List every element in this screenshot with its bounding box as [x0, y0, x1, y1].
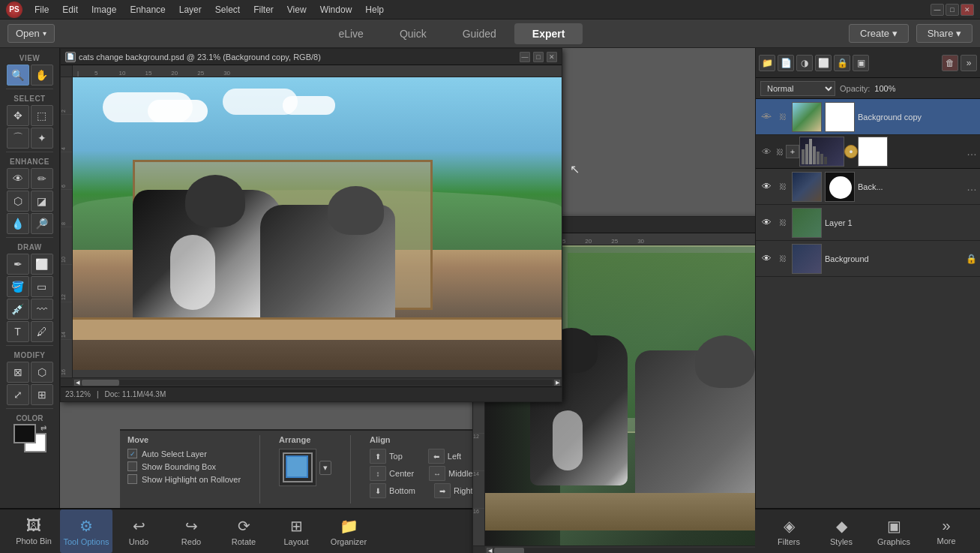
arrange-dropdown[interactable]: ▾ — [319, 461, 331, 475]
layer-more-back[interactable]: … — [967, 181, 977, 193]
blend-mode-select[interactable]: Normal Multiply Screen Overlay — [760, 81, 835, 96]
magnify-tool[interactable]: 🔎 — [31, 213, 53, 234]
align-center-btn[interactable]: ↕ — [370, 466, 386, 481]
clone-tool[interactable]: ⬡ — [7, 191, 29, 212]
layer-more-2[interactable]: … — [967, 146, 977, 158]
menu-file[interactable]: File — [28, 3, 55, 17]
undo-btn[interactable]: ↩ Undo — [112, 509, 165, 553]
layer-back[interactable]: 👁 ⛓ Back... … — [756, 169, 980, 205]
filters-btn[interactable]: ◈ Filters — [763, 509, 815, 553]
new-layer-btn[interactable]: 📄 — [778, 55, 794, 71]
doc-close-1[interactable]: ✕ — [547, 52, 557, 62]
layer-vis-bg-copy[interactable]: 👁 — [759, 110, 774, 125]
tab-quick[interactable]: Quick — [382, 23, 445, 44]
layer-background-copy[interactable]: 👁 ⛓ Background copy — [756, 99, 980, 135]
styles-btn[interactable]: ◆ Styles — [815, 509, 868, 553]
layout-btn[interactable]: ⊞ Layout — [270, 509, 322, 553]
layer-vis-bg[interactable]: 👁 — [759, 251, 774, 266]
minimize-btn[interactable]: — — [931, 4, 944, 16]
hand-tool[interactable]: ✋ — [31, 65, 53, 86]
align-middle-btn[interactable]: ↔ — [429, 466, 445, 481]
tab-expert[interactable]: Expert — [514, 23, 583, 44]
auto-select-checkbox[interactable] — [127, 449, 137, 458]
layer-vis-back[interactable]: 👁 — [759, 179, 774, 194]
paint-tool2[interactable]: 🖊 — [31, 321, 53, 342]
layer-link-bg-copy[interactable]: ⛓ — [777, 111, 789, 123]
menu-enhance[interactable]: Enhance — [124, 3, 171, 17]
menu-select[interactable]: Select — [209, 3, 246, 17]
smudge-tool[interactable]: 〰 — [31, 299, 53, 320]
layer-eye-2[interactable]: 👁 — [759, 144, 774, 159]
magic-tool[interactable]: ✦ — [31, 128, 53, 149]
align-left-btn[interactable]: ⬅ — [428, 449, 445, 464]
foreground-color[interactable] — [13, 424, 36, 443]
menu-layer[interactable]: Layer — [173, 3, 208, 17]
new-group-btn[interactable]: 📁 — [759, 55, 775, 71]
canvas-1[interactable] — [73, 77, 562, 370]
fill-btn[interactable]: ⬜ — [815, 55, 832, 71]
rotate-btn[interactable]: ⟳ Rotate — [217, 509, 270, 553]
adjustment-btn[interactable]: ◑ — [796, 55, 813, 71]
doc-restore-1[interactable]: □ — [533, 52, 544, 62]
menu-window[interactable]: Window — [314, 3, 358, 17]
layer-link-bg[interactable]: ⛓ — [777, 253, 789, 265]
photo-bin-btn[interactable]: 🖼 Photo Bin — [7, 509, 60, 553]
bounding-box-checkbox[interactable] — [127, 461, 137, 471]
tab-elive[interactable]: eLive — [320, 23, 381, 44]
brush-tool[interactable]: ✒ — [7, 254, 29, 275]
tool-options-bottom-btn[interactable]: ⚙ Tool Options — [60, 509, 112, 553]
stamp-tool[interactable]: ◪ — [31, 191, 53, 212]
warp-tool[interactable]: ⤢ — [7, 384, 29, 405]
zoom-tool[interactable]: 🔍 — [7, 65, 29, 86]
more-label: More — [937, 536, 955, 545]
menu-filter[interactable]: Filter — [247, 3, 280, 17]
layer-expand-2[interactable]: + — [786, 145, 799, 158]
text-tool[interactable]: T — [7, 321, 29, 342]
move-tool[interactable]: ✥ — [7, 105, 29, 126]
marquee-tool[interactable]: ⬚ — [31, 105, 53, 126]
share-button[interactable]: Share ▾ — [916, 24, 973, 43]
align-tool[interactable]: ⊞ — [31, 384, 53, 405]
tab-guided[interactable]: Guided — [445, 23, 514, 44]
menu-help[interactable]: Help — [359, 3, 390, 17]
layer-vis-1[interactable]: 👁 — [759, 215, 774, 230]
menu-edit[interactable]: Edit — [56, 3, 84, 17]
create-button[interactable]: Create ▾ — [849, 24, 909, 43]
layer-link-back[interactable]: ⛓ — [777, 181, 789, 193]
layer-1[interactable]: 👁 ⛓ Layer 1 — [756, 205, 980, 241]
eyedropper-tool[interactable]: 💉 — [7, 299, 29, 320]
layer-background[interactable]: 👁 ⛓ Background 🔒 — [756, 241, 980, 277]
lock-btn[interactable]: 🔒 — [834, 55, 850, 71]
blur-tool[interactable]: 💧 — [7, 213, 29, 234]
delete-layer-btn[interactable]: 🗑 — [942, 55, 958, 71]
eye-tool[interactable]: 👁 — [7, 168, 29, 189]
align-bottom-btn[interactable]: ⬇ — [370, 483, 386, 498]
highlight-checkbox[interactable] — [127, 474, 137, 484]
crop-tool[interactable]: ⊠ — [7, 362, 29, 383]
maximize-btn[interactable]: □ — [946, 4, 959, 16]
more-btn[interactable]: » More — [920, 509, 973, 553]
color-swatches[interactable]: ⇄ — [13, 424, 46, 452]
open-button[interactable]: Open ▾ — [7, 24, 55, 43]
swap-colors[interactable]: ⇄ — [40, 424, 46, 432]
close-btn[interactable]: ✕ — [961, 4, 974, 16]
graphics-btn[interactable]: ▣ Graphics — [868, 509, 920, 553]
eraser-tool[interactable]: ⬜ — [31, 254, 53, 275]
doc-titlebar-1[interactable]: 📄 cats change background.psd @ 23.1% (Ba… — [61, 49, 562, 65]
align-right-btn[interactable]: ➡ — [434, 483, 451, 498]
redo-btn[interactable]: ↪ Redo — [165, 509, 217, 553]
align-top-btn[interactable]: ⬆ — [370, 449, 386, 464]
menu-image[interactable]: Image — [85, 3, 122, 17]
menu-view[interactable]: View — [281, 3, 313, 17]
transform-tool[interactable]: ⬡ — [31, 362, 53, 383]
doc-minimize-1[interactable]: — — [520, 52, 530, 62]
lasso-tool[interactable]: ⌒ — [7, 128, 29, 149]
lock-trans-btn[interactable]: ▣ — [853, 55, 869, 71]
paint-bucket[interactable]: 🪣 — [7, 276, 29, 297]
healing-tool[interactable]: ✏ — [31, 168, 53, 189]
organizer-btn[interactable]: 📁 Organizer — [322, 509, 375, 553]
more-options-btn[interactable]: » — [961, 55, 977, 71]
layer-chain-2[interactable]: ⛓ — [774, 146, 786, 158]
gradient-tool[interactable]: ▭ — [31, 276, 53, 297]
layer-link-1[interactable]: ⛓ — [777, 217, 789, 229]
